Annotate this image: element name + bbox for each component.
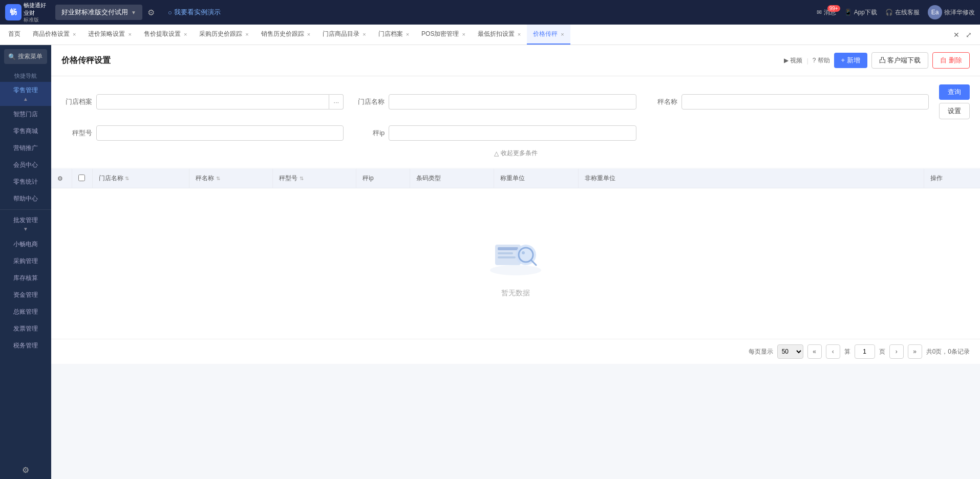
- close-icon[interactable]: ×: [518, 31, 521, 37]
- user-menu[interactable]: Ea 徐泽华修改: [928, 5, 975, 19]
- sidebar-item-retail-mall[interactable]: 零售商城: [0, 123, 51, 140]
- search-button[interactable]: 查询: [939, 84, 970, 100]
- next-page-button[interactable]: ›: [889, 344, 904, 359]
- close-icon[interactable]: ×: [307, 31, 310, 37]
- store-profile-ellipsis-button[interactable]: ···: [329, 94, 344, 110]
- close-icon[interactable]: ×: [462, 31, 465, 37]
- collapse-row: △ 收起更多条件: [61, 147, 970, 160]
- page-number-input[interactable]: [855, 344, 875, 359]
- filter-store-profile: 门店档案 ···: [61, 94, 344, 110]
- eye-icon: ○: [168, 9, 172, 16]
- table-header-row: ⚙ 门店名称 ⇅ 秤名称 ⇅: [51, 169, 980, 188]
- total-info: 共0页，0条记录: [926, 347, 970, 356]
- close-icon[interactable]: ×: [406, 31, 409, 37]
- th-scale-ip: 秤ip: [356, 169, 410, 188]
- pagination-bar: 每页显示 50 10 20 100 « ‹ 算 页 › » 共0页，0条记录: [51, 339, 980, 364]
- scale-model-input[interactable]: [96, 125, 344, 141]
- per-page-select[interactable]: 50 10 20 100: [777, 344, 803, 359]
- sidebar-item-purchase-manage[interactable]: 采购管理: [0, 253, 51, 270]
- sidebar-item-marketing[interactable]: 营销推广: [0, 140, 51, 157]
- sidebar-item-tax-manage[interactable]: 税务管理: [0, 337, 51, 354]
- tab-goods-price[interactable]: 商品价格设置 ×: [27, 25, 82, 45]
- expand-tab-button[interactable]: ⤢: [964, 30, 974, 40]
- collapse-button[interactable]: △ 收起更多条件: [494, 149, 538, 158]
- sidebar-item-general-ledger[interactable]: 总账管理: [0, 303, 51, 320]
- sidebar-item-retail-manage[interactable]: 零售管理 ▲: [0, 82, 51, 106]
- store-profile-input[interactable]: [96, 94, 329, 110]
- store-name-input[interactable]: [389, 94, 636, 110]
- tab-sale-price[interactable]: 售价提取设置 ×: [138, 25, 193, 45]
- tab-store-catalog[interactable]: 门店商品目录 ×: [316, 25, 372, 45]
- sidebar-search-area: 🔍 搜索菜单: [0, 45, 51, 68]
- logo-area: 畅 畅捷通好业财 标准版: [5, 2, 51, 23]
- message-icon: ✉: [817, 9, 822, 16]
- tab-price-scale[interactable]: 价格传秤 ×: [527, 25, 570, 45]
- sidebar-divider: [0, 209, 51, 210]
- close-icon[interactable]: ×: [73, 31, 76, 37]
- filter-store-name: 门店名称: [354, 94, 636, 110]
- tab-pos-manage[interactable]: POS加密管理 ×: [415, 25, 472, 45]
- sidebar-item-xiaochang-ec[interactable]: 小畅电商: [0, 236, 51, 253]
- svg-rect-4: [498, 256, 516, 258]
- close-icon[interactable]: ×: [128, 31, 131, 37]
- logo-icon: 畅: [5, 4, 22, 20]
- filter-scale-name: 秤名称: [647, 94, 929, 110]
- scale-ip-input[interactable]: [389, 125, 636, 141]
- chevron-down-icon: ▼: [131, 10, 136, 15]
- message-button[interactable]: ✉ 消息 99+: [817, 8, 836, 17]
- sidebar-item-invoice-manage[interactable]: 发票管理: [0, 320, 51, 337]
- tab-home[interactable]: 首页: [2, 25, 27, 45]
- top-bar: 畅 畅捷通好业财 标准版 好业财标准版交付试用 ▼ ⚙ ○ 我要看实例演示 ✉ …: [0, 0, 980, 25]
- select-all-checkbox[interactable]: [78, 175, 85, 181]
- tab-store-profile[interactable]: 门店档案 ×: [372, 25, 415, 45]
- close-tab-button[interactable]: ✕: [951, 30, 962, 40]
- search-menu-button[interactable]: 🔍 搜索菜单: [4, 49, 47, 64]
- filter-scale-model: 秤型号: [61, 125, 344, 141]
- th-scale-name: 秤名称 ⇅: [189, 169, 273, 188]
- content-area: 价格传秤设置 ▶ 视频 | ? 帮助 + 新增 凸 客户端下载 自: [51, 45, 980, 479]
- gear-icon[interactable]: ⚙: [57, 175, 63, 182]
- video-button[interactable]: ▶ 视频: [784, 56, 802, 65]
- first-page-button[interactable]: «: [807, 344, 822, 359]
- sidebar-item-stock-settle[interactable]: 库存核算: [0, 270, 51, 287]
- last-page-button[interactable]: »: [908, 344, 922, 359]
- svg-point-8: [522, 251, 525, 254]
- delete-button[interactable]: 自 删除: [932, 52, 970, 69]
- sidebar-item-help-center[interactable]: 帮助中心: [0, 190, 51, 207]
- scale-name-input[interactable]: [681, 94, 929, 110]
- close-icon[interactable]: ×: [561, 31, 564, 37]
- prev-page-button[interactable]: ‹: [826, 344, 840, 359]
- sidebar-item-smart-store[interactable]: 智慧门店: [0, 106, 51, 123]
- sidebar-nav-label: 快捷导航: [0, 70, 51, 82]
- sidebar-item-retail-stats[interactable]: 零售统计: [0, 173, 51, 190]
- version-selector[interactable]: 好业财标准版交付试用 ▼: [55, 5, 142, 20]
- close-icon[interactable]: ×: [184, 31, 187, 37]
- empty-state: 暂无数据: [51, 188, 980, 339]
- tab-sale-history[interactable]: 销售历史价跟踪 ×: [255, 25, 316, 45]
- app-download-button[interactable]: 📱 App下载: [844, 8, 877, 17]
- tab-purchase-strategy[interactable]: 进价策略设置 ×: [82, 25, 137, 45]
- settings-icon[interactable]: ⚙: [144, 5, 158, 20]
- close-icon[interactable]: ×: [363, 31, 366, 37]
- data-table: ⚙ 门店名称 ⇅ 秤名称 ⇅: [51, 169, 980, 188]
- add-button[interactable]: + 新增: [834, 53, 867, 68]
- sidebar-item-member-center[interactable]: 会员中心: [0, 157, 51, 173]
- sidebar-item-wholesale-manage[interactable]: 批发管理 ▼: [0, 212, 51, 236]
- video-icon: ▶: [784, 57, 789, 64]
- filter-settings-button[interactable]: 设置: [939, 103, 970, 119]
- download-button[interactable]: 凸 客户端下载: [871, 52, 929, 69]
- demo-button[interactable]: ○ 我要看实例演示: [163, 5, 226, 20]
- online-service-button[interactable]: 🎧 在线客服: [885, 8, 920, 17]
- th-store-name: 门店名称 ⇅: [92, 169, 189, 188]
- sidebar-item-fund-manage[interactable]: 资金管理: [0, 287, 51, 303]
- page-unit: 页: [879, 347, 885, 356]
- logo-text: 畅捷通好业财 标准版: [24, 2, 51, 23]
- sidebar-gear-button[interactable]: ⚙: [22, 465, 29, 475]
- help-button[interactable]: ? 帮助: [813, 56, 830, 65]
- chevron-up-icon: ▲: [23, 96, 28, 102]
- tab-min-discount[interactable]: 最低折扣设置 ×: [472, 25, 527, 45]
- tab-purchase-history[interactable]: 采购历史价跟踪 ×: [193, 25, 254, 45]
- close-icon[interactable]: ×: [245, 31, 248, 37]
- page-actions: ▶ 视频 | ? 帮助 + 新增 凸 客户端下载 自 删除: [784, 52, 970, 76]
- th-gear: ⚙: [51, 169, 72, 188]
